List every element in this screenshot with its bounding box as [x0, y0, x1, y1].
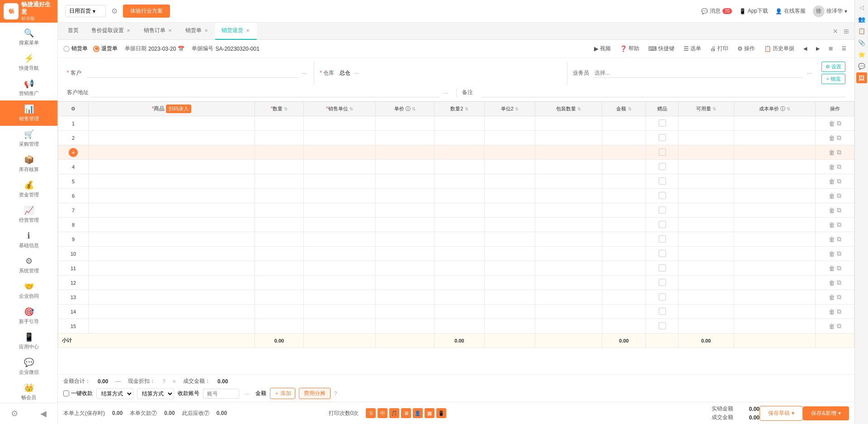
delete-row-btn[interactable]: 🗑: [829, 192, 835, 200]
product-cell[interactable]: [89, 203, 255, 218]
delete-row-btn[interactable]: 🗑: [829, 279, 835, 286]
copy-row-btn[interactable]: ⧉: [837, 206, 841, 214]
quantity-cell[interactable]: [255, 319, 303, 333]
unit2-cell[interactable]: [485, 232, 535, 247]
cost-price-cell[interactable]: [734, 145, 816, 160]
unit2-cell[interactable]: [485, 116, 535, 131]
warehouse-dots[interactable]: ···: [352, 69, 361, 76]
sidebar-item-finance[interactable]: 💰 资金管理: [0, 176, 57, 202]
qty2-cell[interactable]: [434, 145, 484, 160]
delete-row-btn[interactable]: 🗑: [829, 120, 835, 127]
available-cell[interactable]: [678, 145, 734, 160]
unit2-cell[interactable]: [485, 203, 535, 218]
operate-btn[interactable]: ⚙ 操作: [735, 43, 758, 54]
settings-btn[interactable]: ⚙ 设置: [821, 62, 845, 72]
unit-price-cell[interactable]: [375, 261, 434, 276]
gift-checkbox[interactable]: [659, 119, 666, 127]
industry-selector[interactable]: 日用百货 ▾: [65, 5, 106, 17]
unit-cell[interactable]: [303, 116, 375, 131]
gift-cell[interactable]: [646, 290, 679, 305]
quantity-cell[interactable]: [255, 276, 303, 290]
amount-cell[interactable]: [602, 131, 646, 145]
account-method-select[interactable]: 结算方式: [137, 388, 174, 399]
shortcut-btn[interactable]: ⌨ 快捷键: [646, 43, 677, 54]
gift-checkbox[interactable]: [659, 206, 666, 214]
tab-close-all-btn[interactable]: ✕: [831, 27, 840, 36]
save-draft-btn[interactable]: 保存草稿 ▾: [760, 406, 803, 421]
customer-input[interactable]: [87, 68, 298, 78]
available-cell[interactable]: [678, 218, 734, 232]
unit-price-cell[interactable]: [375, 247, 434, 261]
product-cell[interactable]: [89, 305, 255, 319]
sidebar-settings-btn[interactable]: ⚙: [9, 407, 20, 420]
sidebar-item-newbie[interactable]: 🎯 新手引导: [0, 303, 57, 329]
nav-next-btn[interactable]: ▶: [813, 44, 822, 53]
delete-row-btn[interactable]: 🗑: [829, 207, 835, 214]
experience-btn[interactable]: 体验行业方案: [123, 5, 170, 18]
one-key-checkbox-input[interactable]: [63, 391, 69, 396]
sidebar-item-app-center[interactable]: 📱 应用中心: [0, 329, 57, 354]
pack-qty-cell[interactable]: [535, 232, 602, 247]
gift-checkbox[interactable]: [659, 308, 666, 315]
unit2-cell[interactable]: [485, 145, 535, 160]
sidebar-item-inventory[interactable]: 📦 库存核算: [0, 151, 57, 176]
pack-sort-icon[interactable]: ⇅: [577, 106, 581, 111]
select-btn[interactable]: ☰ 选单: [681, 43, 704, 54]
pack-qty-cell[interactable]: [535, 261, 602, 276]
price-sort-icon[interactable]: ⇅: [412, 106, 415, 111]
unit-cell[interactable]: [303, 131, 375, 145]
cost-price-cell[interactable]: [734, 232, 816, 247]
available-cell[interactable]: [678, 189, 734, 203]
cost-price-cell[interactable]: [734, 116, 816, 131]
pack-qty-cell[interactable]: [535, 319, 602, 333]
delete-row-btn[interactable]: 🗑: [829, 149, 835, 156]
tab-sales-return[interactable]: 销货退货 ✕: [215, 23, 257, 40]
unit2-cell[interactable]: [485, 319, 535, 333]
available-cell[interactable]: [678, 319, 734, 333]
pack-qty-cell[interactable]: [535, 305, 602, 319]
notes-input[interactable]: [482, 88, 846, 97]
amount-sort-icon[interactable]: ⇅: [628, 106, 632, 111]
qty2-cell[interactable]: [434, 131, 484, 145]
delete-row-btn[interactable]: 🗑: [829, 221, 835, 229]
cost-sort-icon[interactable]: ⇅: [787, 106, 790, 111]
amount-cell[interactable]: [602, 160, 646, 174]
cost-price-cell[interactable]: [734, 305, 816, 319]
product-cell[interactable]: [89, 261, 255, 276]
toolbar-icon-3[interactable]: 🎵: [389, 408, 399, 418]
copy-row-btn[interactable]: ⧉: [837, 221, 841, 229]
unit-price-cell[interactable]: [375, 145, 434, 160]
delete-row-btn[interactable]: 🗑: [829, 134, 835, 142]
quantity-cell[interactable]: [255, 160, 303, 174]
delete-row-btn[interactable]: 🗑: [829, 236, 835, 243]
sidebar-item-enterprise[interactable]: 🤝 企业协同: [0, 278, 57, 303]
unit-price-cell[interactable]: [375, 305, 434, 319]
quantity-cell[interactable]: [255, 261, 303, 276]
pack-qty-cell[interactable]: [535, 290, 602, 305]
quantity-cell[interactable]: [255, 131, 303, 145]
gift-cell[interactable]: [646, 232, 679, 247]
gift-cell[interactable]: [646, 189, 679, 203]
copy-row-btn[interactable]: ⧉: [837, 264, 841, 272]
unit-price-cell[interactable]: [375, 116, 434, 131]
tab-home[interactable]: 首页: [61, 23, 85, 40]
pack-qty-cell[interactable]: [535, 203, 602, 218]
unit-sort-icon[interactable]: ⇅: [349, 106, 353, 111]
th-gear[interactable]: ⚙: [58, 102, 89, 116]
unit2-cell[interactable]: [485, 276, 535, 290]
amount-cell[interactable]: [602, 174, 646, 189]
sidebar-item-purchase[interactable]: 🛒 采购管理: [0, 126, 57, 151]
unit2-cell[interactable]: [485, 261, 535, 276]
sidebar-item-sales[interactable]: 📊 销售管理: [0, 100, 57, 126]
cost-price-cell[interactable]: [734, 319, 816, 333]
date-picker-icon[interactable]: 📅: [178, 46, 184, 52]
radio-return[interactable]: 退货单: [93, 45, 118, 52]
qty2-cell[interactable]: [434, 305, 484, 319]
gift-cell[interactable]: [646, 145, 679, 160]
unit-price-cell[interactable]: [375, 189, 434, 203]
unit-price-cell[interactable]: [375, 232, 434, 247]
unit-cell[interactable]: [303, 290, 375, 305]
toolbar-icon-7[interactable]: 📱: [436, 408, 446, 418]
cost-price-cell[interactable]: [734, 247, 816, 261]
unit-cell[interactable]: [303, 218, 375, 232]
